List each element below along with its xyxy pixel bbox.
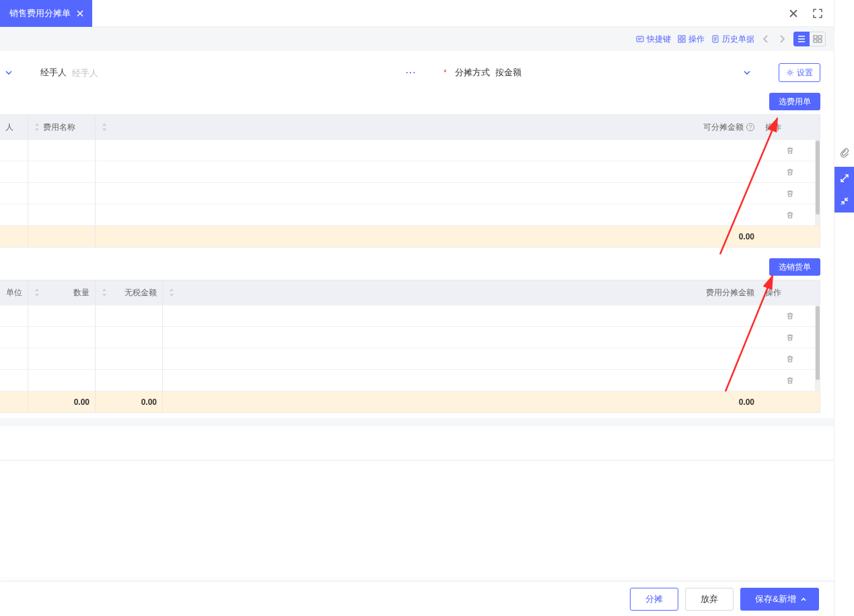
dropdown-left[interactable] (0, 68, 13, 77)
expand-out-icon[interactable] (834, 167, 855, 190)
total-cell (0, 225, 28, 247)
trash-icon[interactable] (786, 168, 794, 176)
select-expense-button[interactable]: 选费用单 (769, 93, 820, 110)
chevron-down-icon[interactable] (742, 68, 752, 77)
table-cell[interactable] (28, 326, 95, 348)
operate-label: 操作 (688, 34, 705, 45)
table-cell[interactable] (96, 182, 760, 204)
scrollbar[interactable] (815, 139, 820, 225)
table-cell[interactable] (96, 305, 162, 326)
method-value[interactable]: 按金额 (495, 67, 737, 79)
side-rail (834, 0, 854, 616)
settings-button[interactable]: 设置 (779, 63, 820, 82)
svg-rect-4 (682, 40, 685, 42)
svg-point-10 (789, 71, 791, 74)
svg-rect-1 (678, 36, 681, 38)
table-cell[interactable] (28, 182, 95, 204)
table-cell[interactable] (0, 182, 28, 204)
chevron-up-icon (800, 596, 807, 603)
table-cell[interactable] (0, 305, 28, 326)
col-op: 操作 (760, 280, 820, 305)
table-row-op (760, 139, 820, 161)
svg-rect-0 (637, 36, 643, 42)
footer-bar: 分摊 放弃 保存&新增 (0, 581, 834, 616)
table-cell[interactable] (0, 326, 28, 348)
expense-section: 选费用单 人 费用名称 (0, 90, 834, 247)
table-cell[interactable] (163, 326, 760, 348)
table-cell[interactable] (0, 204, 28, 225)
col-op: 操作 (760, 115, 820, 139)
shortcut-label: 快捷键 (647, 34, 671, 45)
trash-icon[interactable] (786, 211, 794, 219)
table-cell[interactable] (96, 348, 162, 369)
svg-rect-3 (678, 40, 681, 42)
table-cell[interactable] (0, 139, 28, 161)
svg-rect-2 (682, 36, 685, 38)
table-cell[interactable] (163, 369, 760, 391)
trash-icon[interactable] (786, 147, 794, 155)
shortcut-link[interactable]: 快捷键 (636, 34, 671, 45)
trash-icon[interactable] (786, 355, 794, 363)
table-cell[interactable] (28, 204, 95, 225)
next-icon[interactable] (777, 35, 787, 43)
method-field: * 分摊方式 按金额 (443, 67, 752, 79)
trash-icon[interactable] (786, 377, 794, 385)
table-cell[interactable] (28, 369, 95, 391)
table-cell[interactable] (0, 348, 28, 369)
trash-icon[interactable] (786, 312, 794, 320)
table-cell[interactable] (28, 348, 95, 369)
col-alloc-amount[interactable]: 可分摊金额 ? (96, 115, 760, 139)
method-label: 分摊方式 (455, 67, 490, 79)
table-cell[interactable] (96, 204, 760, 225)
help-icon[interactable]: ? (746, 123, 754, 131)
handler-input[interactable] (72, 68, 185, 78)
table-cell[interactable] (0, 369, 28, 391)
required-mark: * (443, 68, 447, 77)
scrollbar[interactable] (815, 305, 820, 391)
col-expense-name[interactable]: 费用名称 (28, 115, 95, 139)
table-cell[interactable] (0, 161, 28, 182)
table-cell[interactable] (28, 139, 95, 161)
history-link[interactable]: 历史单据 (711, 34, 754, 45)
more-icon[interactable]: ··· (406, 68, 417, 77)
col-qty[interactable]: 数量 (28, 280, 95, 305)
expand-in-icon[interactable] (834, 190, 855, 213)
table-cell[interactable] (28, 305, 95, 326)
sort-icon (101, 122, 108, 132)
operate-link[interactable]: 操作 (678, 34, 705, 45)
table-cell[interactable] (163, 348, 760, 369)
view-list-icon[interactable] (793, 32, 810, 46)
total-cell (28, 225, 95, 247)
table-cell[interactable] (28, 161, 95, 182)
tab-active[interactable]: 销售费用分摊单 (0, 0, 92, 27)
table-cell[interactable] (96, 139, 760, 161)
fullscreen-icon[interactable] (810, 5, 826, 22)
sort-icon (34, 288, 40, 297)
attachment-icon[interactable] (834, 141, 855, 164)
total-alloc: 0.00 (163, 391, 760, 412)
table-row-op (760, 326, 820, 348)
table-cell[interactable] (96, 326, 162, 348)
col-alloc[interactable]: 费用分摊金额 (163, 280, 760, 305)
col-notax[interactable]: 无税金额 (96, 280, 162, 305)
tab-bar: 销售费用分摊单 (0, 0, 834, 27)
trash-icon[interactable] (786, 190, 794, 198)
trash-icon[interactable] (786, 334, 794, 342)
sort-icon (34, 122, 40, 132)
total-cell (760, 391, 820, 412)
discard-button[interactable]: 放弃 (685, 588, 734, 611)
save-new-button[interactable]: 保存&新增 (740, 588, 819, 611)
gear-icon (786, 69, 794, 77)
close-icon[interactable] (75, 8, 85, 19)
table-cell[interactable] (163, 305, 760, 326)
settings-label: 设置 (797, 67, 813, 79)
close-window-icon[interactable] (785, 5, 802, 22)
view-card-icon[interactable] (810, 32, 826, 46)
handler-field: 经手人 ··· (40, 67, 417, 79)
table-cell[interactable] (96, 369, 162, 391)
total-qty: 0.00 (28, 391, 95, 412)
allocate-button[interactable]: 分摊 (630, 588, 678, 611)
prev-icon[interactable] (761, 35, 771, 43)
table-cell[interactable] (96, 161, 760, 182)
select-sales-button[interactable]: 选销货单 (769, 258, 820, 276)
